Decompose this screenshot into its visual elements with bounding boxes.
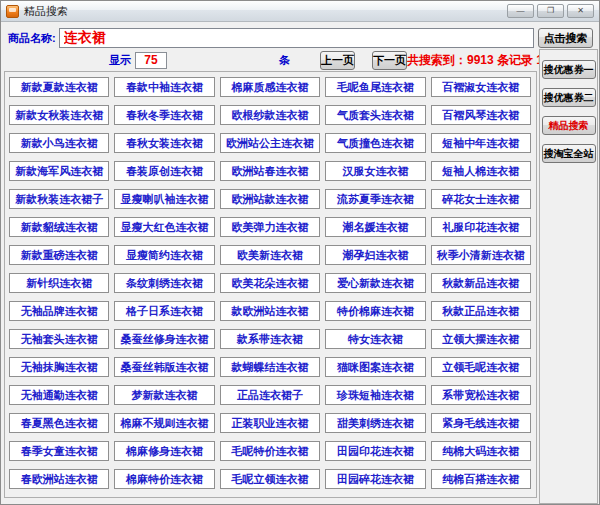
keyword-button[interactable]: 甜美刺绣连衣裙 bbox=[325, 413, 425, 433]
keyword-button[interactable]: 百褶风琴连衣裙 bbox=[431, 105, 531, 125]
window-controls: — ❐ ✕ bbox=[507, 4, 594, 18]
keyword-button[interactable]: 新款夏款连衣裙 bbox=[9, 77, 109, 97]
keyword-button[interactable]: 春装原创连衣裙 bbox=[114, 161, 214, 181]
keyword-button[interactable]: 无袖抹胸连衣裙 bbox=[9, 357, 109, 377]
sidebar: 搜优惠券一搜优惠券二精品搜索搜淘宝全站 bbox=[539, 49, 598, 504]
keyword-button[interactable]: 桑蚕丝韩版连衣裙 bbox=[114, 357, 214, 377]
keyword-button[interactable]: 欧洲站款连衣裙 bbox=[220, 189, 320, 209]
keyword-button[interactable]: 欧洲站春连衣裙 bbox=[220, 161, 320, 181]
minimize-button[interactable]: — bbox=[507, 4, 534, 18]
click-search-button[interactable]: 点击搜索 bbox=[538, 28, 593, 48]
keyword-button[interactable]: 欧美新连衣裙 bbox=[220, 245, 320, 265]
keyword-button[interactable]: 梦新款连衣裙 bbox=[114, 385, 214, 405]
keyword-button[interactable]: 流苏夏季连衣裙 bbox=[325, 189, 425, 209]
keyword-button[interactable]: 欧洲站公主连衣裙 bbox=[220, 133, 320, 153]
keyword-button[interactable]: 无袖通勤连衣裙 bbox=[9, 385, 109, 405]
next-page-button[interactable]: 下一页 bbox=[372, 51, 407, 70]
keyword-button[interactable]: 显瘦简约连衣裙 bbox=[114, 245, 214, 265]
sidebar-button[interactable]: 搜优惠券二 bbox=[542, 88, 596, 107]
keyword-button[interactable]: 桑蚕丝修身连衣裙 bbox=[114, 329, 214, 349]
keyword-button[interactable]: 春秋冬季连衣裙 bbox=[114, 105, 214, 125]
keyword-button[interactable]: 新款海军风连衣裙 bbox=[9, 161, 109, 181]
keyword-button[interactable]: 短袖人棉连衣裙 bbox=[431, 161, 531, 181]
close-button[interactable]: ✕ bbox=[567, 4, 594, 18]
prev-page-button[interactable]: 上一页 bbox=[320, 51, 355, 70]
keyword-button[interactable]: 礼服印花连衣裙 bbox=[431, 217, 531, 237]
product-row: 商品名称: bbox=[8, 28, 534, 48]
keyword-button[interactable]: 毛呢立领连衣裙 bbox=[220, 469, 320, 489]
keyword-button[interactable]: 款蝴蝶结连衣裙 bbox=[220, 357, 320, 377]
keyword-button[interactable]: 气质套头连衣裙 bbox=[325, 105, 425, 125]
keyword-button[interactable]: 正品连衣裙子 bbox=[220, 385, 320, 405]
app-window: 精品搜索 — ❐ ✕ 商品名称: 点击搜索 显示 条 上一页 下一页 共搜索到：… bbox=[0, 0, 600, 505]
sidebar-boutique-search-button[interactable]: 精品搜索 bbox=[542, 116, 596, 135]
keyword-button[interactable]: 猫咪图案连衣裙 bbox=[325, 357, 425, 377]
keyword-button[interactable]: 正装职业连衣裙 bbox=[220, 413, 320, 433]
keyword-button[interactable]: 无袖套头连衣裙 bbox=[9, 329, 109, 349]
window-title: 精品搜索 bbox=[24, 4, 507, 19]
keyword-button[interactable]: 新款秋装连衣裙子 bbox=[9, 189, 109, 209]
keyword-button[interactable]: 秋款正品连衣裙 bbox=[431, 301, 531, 321]
keyword-button[interactable]: 新款女秋装连衣裙 bbox=[9, 105, 109, 125]
keyword-button[interactable]: 立领大摆连衣裙 bbox=[431, 329, 531, 349]
keyword-button[interactable]: 立领毛呢连衣裙 bbox=[431, 357, 531, 377]
keyword-button[interactable]: 潮名媛连衣裙 bbox=[325, 217, 425, 237]
keyword-button[interactable]: 毛呢特价连衣裙 bbox=[220, 441, 320, 461]
keyword-button[interactable]: 田园印花连衣裙 bbox=[325, 441, 425, 461]
keyword-button[interactable]: 百褶淑女连衣裙 bbox=[431, 77, 531, 97]
keyword-button[interactable]: 显瘦大红色连衣裙 bbox=[114, 217, 214, 237]
sidebar-button[interactable]: 搜淘宝全站 bbox=[542, 144, 596, 163]
keyword-button[interactable]: 条纹刺绣连衣裙 bbox=[114, 273, 214, 293]
keyword-button[interactable]: 新款貂绒连衣裙 bbox=[9, 217, 109, 237]
keyword-button[interactable]: 新针织连衣裙 bbox=[9, 273, 109, 293]
keyword-button[interactable]: 珍珠短袖连衣裙 bbox=[325, 385, 425, 405]
keyword-button[interactable]: 田园碎花连衣裙 bbox=[325, 469, 425, 489]
keyword-button[interactable]: 款欧洲站连衣裙 bbox=[220, 301, 320, 321]
keyword-button[interactable]: 潮孕妇连衣裙 bbox=[325, 245, 425, 265]
keyword-button[interactable]: 春欧洲站连衣裙 bbox=[9, 469, 109, 489]
keyword-button[interactable]: 棉麻不规则连衣裙 bbox=[114, 413, 214, 433]
maximize-button[interactable]: ❐ bbox=[537, 4, 564, 18]
keyword-button[interactable]: 气质撞色连衣裙 bbox=[325, 133, 425, 153]
keyword-button[interactable]: 纯棉百搭连衣裙 bbox=[431, 469, 531, 489]
keyword-button[interactable]: 紧身毛线连衣裙 bbox=[431, 413, 531, 433]
keyword-button[interactable]: 短袖中年连衣裙 bbox=[431, 133, 531, 153]
keyword-button[interactable]: 欧根纱款连衣裙 bbox=[220, 105, 320, 125]
product-name-label: 商品名称: bbox=[8, 31, 56, 46]
display-count-input[interactable] bbox=[135, 52, 167, 69]
keyword-button[interactable]: 汉服女连衣裙 bbox=[325, 161, 425, 181]
keyword-button[interactable]: 系带宽松连衣裙 bbox=[431, 385, 531, 405]
keyword-button[interactable]: 新款小鸟连衣裙 bbox=[9, 133, 109, 153]
keyword-button[interactable]: 秋款新品连衣裙 bbox=[431, 273, 531, 293]
keyword-button[interactable]: 欧美花朵连衣裙 bbox=[220, 273, 320, 293]
keyword-button[interactable]: 棉麻特价连衣裙 bbox=[114, 469, 214, 489]
keyword-grid: 新款夏款连衣裙春款中袖连衣裙棉麻质感连衣裙毛呢鱼尾连衣裙百褶淑女连衣裙新款女秋装… bbox=[4, 71, 537, 498]
keyword-button[interactable]: 欧美弹力连衣裙 bbox=[220, 217, 320, 237]
keyword-button[interactable]: 新款重磅连衣裙 bbox=[9, 245, 109, 265]
keyword-button[interactable]: 毛呢鱼尾连衣裙 bbox=[325, 77, 425, 97]
keyword-button[interactable]: 春款中袖连衣裙 bbox=[114, 77, 214, 97]
keyword-button[interactable]: 款系带连衣裙 bbox=[220, 329, 320, 349]
keyword-button[interactable]: 格子日系连衣裙 bbox=[114, 301, 214, 321]
keyword-button[interactable]: 特女连衣裙 bbox=[325, 329, 425, 349]
product-name-input[interactable] bbox=[59, 28, 534, 48]
app-icon bbox=[6, 5, 19, 18]
keyword-button[interactable]: 纯棉大码连衣裙 bbox=[431, 441, 531, 461]
keyword-button[interactable]: 春秋女装连衣裙 bbox=[114, 133, 214, 153]
display-label: 显示 bbox=[109, 53, 131, 68]
keyword-button[interactable]: 碎花女士连衣裙 bbox=[431, 189, 531, 209]
unit-label: 条 bbox=[279, 53, 290, 68]
keyword-button[interactable]: 秋季小清新连衣裙 bbox=[431, 245, 531, 265]
keyword-button[interactable]: 无袖品牌连衣裙 bbox=[9, 301, 109, 321]
keyword-button[interactable]: 棉麻质感连衣裙 bbox=[220, 77, 320, 97]
keyword-button[interactable]: 特价棉麻连衣裙 bbox=[325, 301, 425, 321]
pager-row: 显示 条 上一页 下一页 共搜索到：9913 条记录 1/133 bbox=[1, 50, 537, 70]
titlebar: 精品搜索 — ❐ ✕ bbox=[1, 1, 599, 22]
keyword-button[interactable]: 春季女童连衣裙 bbox=[9, 441, 109, 461]
keyword-button[interactable]: 棉麻修身连衣裙 bbox=[114, 441, 214, 461]
keyword-button[interactable]: 爱心新款连衣裙 bbox=[325, 273, 425, 293]
sidebar-button[interactable]: 搜优惠券一 bbox=[542, 60, 596, 79]
keyword-button[interactable]: 显瘦喇叭袖连衣裙 bbox=[114, 189, 214, 209]
keyword-button[interactable]: 春夏黑色连衣裙 bbox=[9, 413, 109, 433]
